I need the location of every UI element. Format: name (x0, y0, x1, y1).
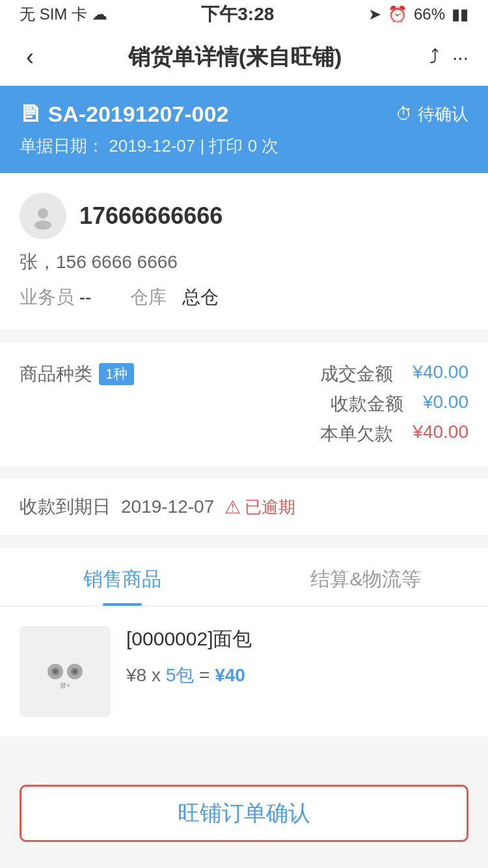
status-text: 待确认 (418, 103, 468, 126)
status-bar: 无 SIM 卡 ☁ 下午3:28 ➤ ⏰ 66% ▮▮ (0, 0, 488, 29)
amount-left: 商品种类 1种 (20, 362, 134, 387)
page-title: 销货单详情(来自旺铺) (128, 42, 342, 72)
amount-section: 商品种类 1种 成交金额 ¥40.00 收款金额 ¥0.00 本单欠款 ¥40.… (0, 342, 488, 466)
order-icon: 🖹 (20, 102, 47, 126)
customer-section: 17666666666 张，156 6666 6666 业务员 -- 仓库 总仓 (0, 173, 488, 329)
kind-field: 商品种类 1种 (20, 362, 134, 387)
warning-icon: ⚠ (224, 496, 241, 518)
customer-top: 17666666666 (20, 193, 468, 239)
due-amount-value: ¥40.00 (413, 422, 468, 446)
status-right: ➤ ⏰ 66% ▮▮ (368, 5, 468, 23)
amount-right: 成交金额 ¥40.00 收款金额 ¥0.00 本单欠款 ¥40.00 (320, 362, 468, 446)
share-button[interactable]: ⤴ (429, 46, 439, 68)
svg-point-7 (73, 670, 77, 673)
tabs-container: 销售商品 结算&物流等 (0, 548, 488, 606)
bottom-bar: 旺铺订单确认 (0, 772, 488, 868)
order-banner-top: 🖹 SA-20191207-002 ⏱ 待确认 (20, 102, 468, 127)
received-amount-row: 收款金额 ¥0.00 (331, 392, 468, 416)
due-date-value: 2019-12-07 (121, 496, 214, 517)
due-amount-row: 本单欠款 ¥40.00 (320, 422, 468, 446)
deal-amount-value: ¥40.00 (413, 362, 468, 387)
received-amount-value: ¥0.00 (423, 392, 468, 416)
product-price: ¥8 x 5包 = ¥40 (126, 663, 468, 688)
order-date-line: 单据日期： 2019-12-07 | 打印 0 次 (20, 135, 468, 157)
svg-point-0 (38, 208, 48, 219)
product-info: [0000002]面包 ¥8 x 5包 = ¥40 (126, 626, 468, 688)
order-banner: 🖹 SA-20191207-002 ⏱ 待确认 单据日期： 2019-12-07… (0, 86, 488, 173)
product-name: [0000002]面包 (126, 626, 468, 653)
customer-phone: 17666666666 (79, 202, 223, 230)
battery-text: 66% (414, 5, 445, 23)
no-sim-text: 无 SIM 卡 ☁ (20, 4, 107, 25)
product-thumbnail: 督+ (20, 626, 111, 717)
kind-value: 1种 (99, 363, 134, 385)
nav-bar: ‹ 销货单详情(来自旺铺) ⤴ ··· (0, 29, 488, 86)
customer-meta: 业务员 -- 仓库 总仓 (20, 285, 468, 310)
confirm-button[interactable]: 旺铺订单确认 (20, 785, 468, 842)
order-id: 🖹 SA-20191207-002 (20, 102, 228, 127)
overdue-text: 已逾期 (245, 496, 295, 519)
product-item: 督+ [0000002]面包 ¥8 x 5包 = ¥40 (0, 606, 488, 737)
order-status: ⏱ 待确认 (396, 103, 468, 126)
deal-amount-row: 成交金额 ¥40.00 (320, 362, 468, 387)
clock-icon: ⏱ (396, 104, 413, 124)
due-date-label: 收款到期日 (20, 495, 111, 519)
back-button[interactable]: ‹ (20, 37, 40, 77)
more-button[interactable]: ··· (452, 46, 468, 68)
svg-text:督+: 督+ (60, 682, 70, 689)
customer-name: 张，156 6666 6666 (20, 250, 468, 275)
navigation-icon: ➤ (368, 5, 381, 23)
avatar (20, 193, 66, 239)
warehouse-field: 仓库 总仓 (130, 285, 219, 310)
svg-point-6 (53, 670, 57, 673)
overdue-badge: ⚠ 已逾期 (224, 496, 295, 519)
tab-settlement[interactable]: 结算&物流等 (244, 548, 488, 606)
salesman-field: 业务员 -- (20, 285, 91, 310)
nav-actions: ⤴ ··· (429, 46, 468, 68)
due-date-section: 收款到期日 2019-12-07 ⚠ 已逾期 (0, 479, 488, 535)
svg-point-1 (34, 221, 51, 230)
status-time: 下午3:28 (201, 2, 274, 27)
status-left: 无 SIM 卡 ☁ (20, 4, 107, 25)
alarm-icon: ⏰ (388, 5, 407, 23)
tab-products[interactable]: 销售商品 (0, 548, 244, 606)
battery-icon: ▮▮ (452, 5, 468, 23)
